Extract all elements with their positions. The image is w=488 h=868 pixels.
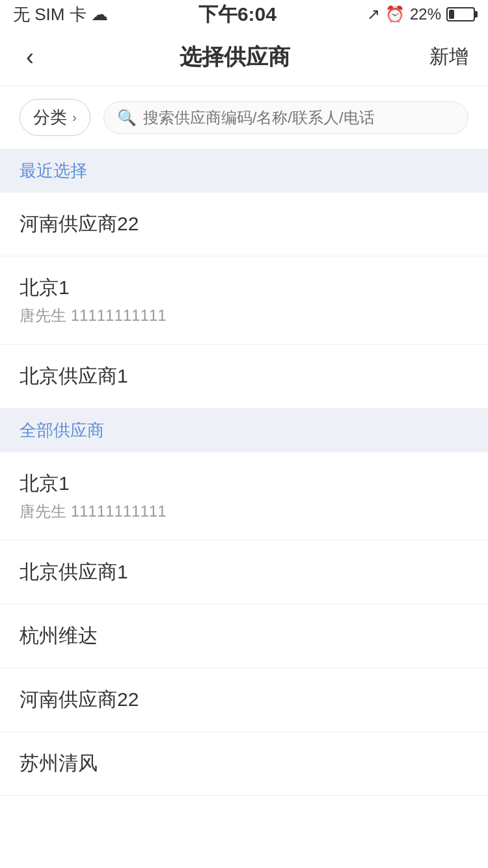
status-right: ↗ ⏰ 22% (367, 5, 475, 23)
filter-bar: 分类 › 🔍 (0, 86, 488, 149)
category-label: 分类 (33, 106, 67, 129)
item-detail: 唐先生 11111111111 (20, 305, 468, 326)
page-title: 选择供应商 (180, 42, 290, 72)
item-name: 北京供应商1 (20, 363, 468, 390)
list-item[interactable]: 杭州维达 (0, 604, 488, 668)
recent-section-header: 最近选择 (0, 149, 488, 193)
item-name: 河南供应商22 (20, 211, 468, 237)
item-name: 北京供应商1 (20, 559, 468, 586)
item-name: 杭州维达 (20, 623, 468, 649)
list-item[interactable]: 河南供应商22 (0, 668, 488, 732)
location-icon: ↗ (367, 5, 380, 23)
recent-section-label: 最近选择 (20, 161, 87, 180)
category-button[interactable]: 分类 › (20, 99, 90, 136)
item-name: 苏州清风 (20, 750, 468, 777)
list-item[interactable]: 苏州清风 (0, 732, 488, 796)
status-time: 下午6:04 (198, 1, 277, 28)
search-icon: 🔍 (117, 109, 137, 127)
item-name: 北京1 (20, 470, 468, 497)
status-left: 无 SIM 卡 ☁ (13, 3, 108, 26)
all-section-label: 全部供应商 (20, 420, 104, 440)
search-input[interactable] (143, 109, 455, 127)
add-button[interactable]: 新增 (429, 44, 468, 70)
all-list: 北京1 唐先生 11111111111北京供应商1杭州维达河南供应商22苏州清风 (0, 452, 488, 796)
item-name: 北京1 (20, 275, 468, 301)
item-name: 河南供应商22 (20, 686, 468, 713)
search-box[interactable]: 🔍 (103, 102, 468, 134)
list-item[interactable]: 河南供应商22 (0, 193, 488, 256)
recent-list: 河南供应商22北京1 唐先生 11111111111北京供应商1 (0, 193, 488, 409)
sim-status: 无 SIM 卡 ☁ (13, 3, 108, 26)
list-item[interactable]: 北京1 唐先生 11111111111 (0, 256, 488, 345)
chevron-right-icon: › (72, 110, 77, 125)
list-item[interactable]: 北京供应商1 (0, 345, 488, 409)
battery-icon (446, 7, 475, 21)
back-button[interactable]: ‹ (20, 37, 40, 77)
battery-percent: 22% (410, 5, 441, 23)
item-detail: 唐先生 11111111111 (20, 501, 468, 522)
status-bar: 无 SIM 卡 ☁ 下午6:04 ↗ ⏰ 22% (0, 0, 488, 29)
list-item[interactable]: 北京1 唐先生 11111111111 (0, 452, 488, 541)
nav-bar: ‹ 选择供应商 新增 (0, 29, 488, 86)
list-item[interactable]: 北京供应商1 (0, 541, 488, 604)
alarm-icon: ⏰ (385, 5, 405, 23)
all-section-header: 全部供应商 (0, 409, 488, 452)
